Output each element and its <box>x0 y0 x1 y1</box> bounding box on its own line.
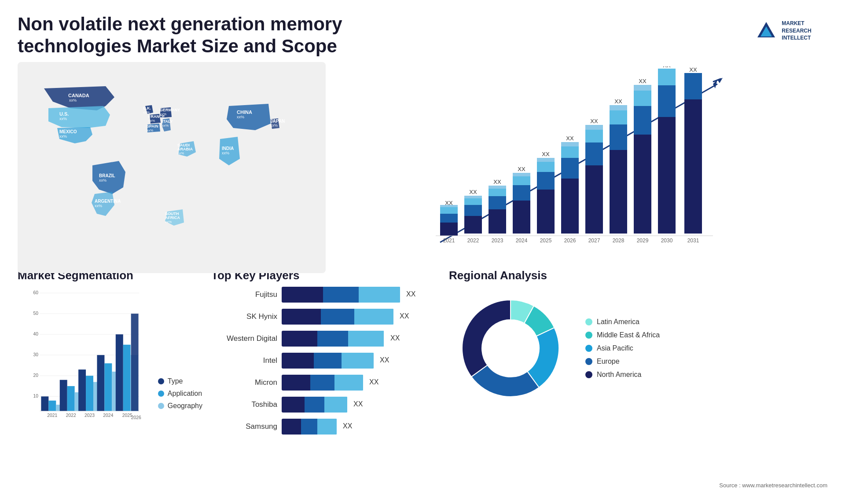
svg-rect-39 <box>440 223 458 236</box>
player-value: XX <box>390 334 400 342</box>
svg-rect-119 <box>60 380 67 411</box>
seg-chart-area: 60 50 40 30 20 10 <box>18 287 202 427</box>
svg-text:2026: 2026 <box>564 237 576 244</box>
map-section: CANADA xx% U.S. xx% MEXICO xx% BRAZIL xx… <box>18 62 326 282</box>
player-bar-container: XX <box>282 287 440 303</box>
svg-text:XX: XX <box>469 189 477 195</box>
svg-text:ARGENTINA: ARGENTINA <box>95 199 121 204</box>
svg-rect-59 <box>513 176 530 185</box>
page-title: Non volatile next generation memory tech… <box>18 13 414 58</box>
svg-rect-116 <box>41 396 48 411</box>
svg-rect-93 <box>658 117 676 234</box>
player-name: Intel <box>211 356 277 365</box>
svg-rect-98 <box>684 99 702 234</box>
regional-legend: Latin America Middle East & Africa Asia … <box>585 318 660 379</box>
players-section: Top Key Players Fujitsu XX SK Hynix <box>211 269 440 480</box>
logo-box: MARKET RESEARCH INTELLECT <box>739 13 827 48</box>
player-row: Intel XX <box>211 353 440 369</box>
svg-text:MEXICO: MEXICO <box>59 129 77 134</box>
svg-rect-65 <box>537 162 555 172</box>
regional-donut-chart <box>449 287 572 410</box>
regional-legend-label: North America <box>597 371 641 379</box>
svg-text:XX: XX <box>566 135 574 142</box>
svg-rect-52 <box>489 196 506 209</box>
svg-rect-83 <box>610 110 627 124</box>
svg-rect-77 <box>585 130 603 142</box>
svg-text:CHINA: CHINA <box>237 110 252 115</box>
type-label: Type <box>168 377 183 385</box>
players-list: Fujitsu XX SK Hynix XX Western D <box>211 287 440 435</box>
svg-rect-63 <box>537 190 555 234</box>
svg-rect-120 <box>67 386 75 411</box>
regional-legend-dot <box>585 345 592 352</box>
player-name: Western Digital <box>211 334 277 343</box>
svg-rect-81 <box>610 150 627 234</box>
svg-text:xx%: xx% <box>222 151 229 155</box>
player-name: Toshiba <box>211 400 277 409</box>
regional-legend-label: Middle East & Africa <box>597 331 660 339</box>
regional-legend-dot <box>585 371 592 378</box>
svg-rect-47 <box>464 198 482 205</box>
player-name: Samsung <box>211 422 277 431</box>
svg-text:2021: 2021 <box>443 237 455 244</box>
player-row: Western Digital XX <box>211 331 440 347</box>
svg-text:ARABIA: ARABIA <box>177 147 193 151</box>
svg-rect-54 <box>489 186 506 189</box>
regional-legend-label: Asia Pacific <box>597 344 633 352</box>
player-value: XX <box>380 356 389 364</box>
svg-text:xx%: xx% <box>143 110 150 114</box>
svg-rect-45 <box>464 216 482 234</box>
application-label: Application <box>168 390 202 398</box>
svg-text:50: 50 <box>33 311 38 316</box>
svg-rect-123 <box>86 376 93 411</box>
player-bar-container: XX <box>282 397 440 413</box>
svg-text:XX: XX <box>518 166 525 172</box>
svg-rect-84 <box>610 105 627 110</box>
bar-chart-section: XX 2021 XX 2022 XX 2023 <box>334 62 827 282</box>
svg-rect-69 <box>561 179 579 234</box>
svg-rect-128 <box>116 334 123 411</box>
svg-text:AFRICA: AFRICA <box>165 215 180 220</box>
svg-text:xx%: xx% <box>147 128 153 132</box>
regional-legend-item: North America <box>585 371 660 379</box>
svg-rect-94 <box>658 85 676 117</box>
legend-application: Application <box>158 390 202 398</box>
bottom-row: Market Segmentation 60 50 40 30 20 10 <box>18 269 827 480</box>
svg-text:U.K.: U.K. <box>143 106 151 110</box>
svg-text:2023: 2023 <box>84 413 95 418</box>
svg-text:ITALY: ITALY <box>162 119 173 124</box>
regional-legend-item: Europe <box>585 358 660 365</box>
player-value: XX <box>406 290 415 298</box>
player-bar-container: XX <box>282 419 440 435</box>
svg-rect-122 <box>78 369 86 411</box>
donut-segment <box>462 300 511 377</box>
segmentation-chart: 60 50 40 30 20 10 <box>18 287 149 427</box>
svg-text:BRAZIL: BRAZIL <box>99 173 115 178</box>
svg-rect-57 <box>513 201 530 234</box>
svg-text:XX: XX <box>445 200 453 206</box>
regional-legend-label: Europe <box>597 358 620 365</box>
svg-text:xx%: xx% <box>270 123 278 128</box>
content-area: CANADA xx% U.S. xx% MEXICO xx% BRAZIL xx… <box>0 62 845 480</box>
svg-rect-99 <box>684 73 702 99</box>
regional-legend-item: Middle East & Africa <box>585 331 660 339</box>
svg-text:2031: 2031 <box>687 237 699 244</box>
svg-rect-88 <box>634 106 651 135</box>
svg-text:XX: XX <box>493 179 501 185</box>
svg-rect-129 <box>123 345 131 411</box>
svg-text:2024: 2024 <box>516 237 528 244</box>
svg-rect-95 <box>658 69 676 85</box>
svg-text:xx%: xx% <box>99 178 107 183</box>
svg-rect-71 <box>561 146 579 158</box>
regional-legend-dot <box>585 358 592 365</box>
player-row: Toshiba XX <box>211 397 440 413</box>
player-bar-container: XX <box>282 331 440 347</box>
svg-text:xx%: xx% <box>69 98 77 102</box>
svg-text:xx%: xx% <box>95 204 102 208</box>
svg-text:20: 20 <box>33 373 38 378</box>
svg-rect-58 <box>513 185 530 201</box>
svg-text:2022: 2022 <box>467 237 479 244</box>
player-bar-container: XX <box>282 353 440 369</box>
svg-text:XX: XX <box>590 118 598 124</box>
player-name: SK Hynix <box>211 312 277 321</box>
